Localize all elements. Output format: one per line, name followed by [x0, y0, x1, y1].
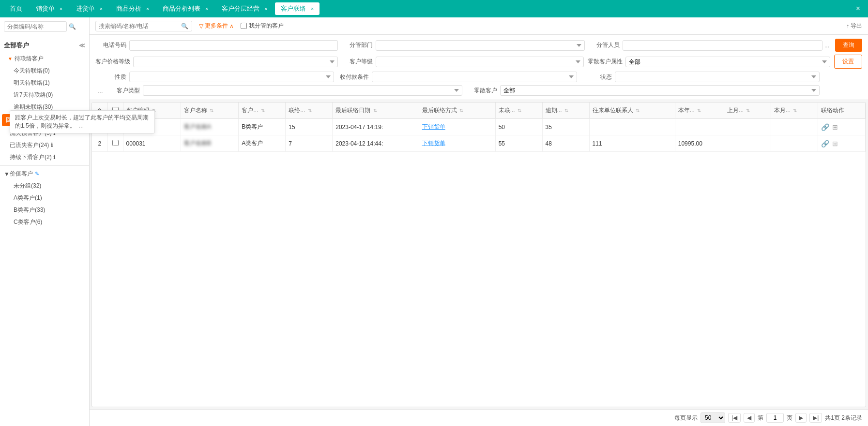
close-purchase-icon[interactable]: ×	[100, 6, 103, 12]
dept-select[interactable]	[376, 40, 584, 51]
row2-grid-icon[interactable]: ⊞	[832, 140, 838, 147]
page-label: 第	[758, 414, 763, 422]
sidebar-item-ungrouped[interactable]: 未分组(32)	[0, 180, 89, 192]
settings-button[interactable]: 设置	[834, 55, 862, 69]
row4-dots-icon[interactable]: ...	[95, 87, 105, 94]
nav-item-analysis-list[interactable]: 商品分析列表 ×	[157, 2, 214, 15]
sidebar-all-customers[interactable]: 全部客户 ≪	[0, 38, 89, 53]
customer-type-select[interactable]	[143, 85, 462, 96]
sidebar-pending-header[interactable]: ▼ 待联络客户	[4, 53, 89, 65]
first-page-btn[interactable]: |◀	[728, 413, 741, 423]
person-dots-icon[interactable]: ...	[822, 42, 831, 49]
nav-item-analysis[interactable]: 商品分析 ×	[110, 2, 155, 15]
sort-overdue-icon[interactable]: ⇅	[564, 108, 568, 113]
nav-item-customer-contact[interactable]: 客户联络 ×	[275, 2, 320, 15]
query-button[interactable]: 查询	[835, 39, 862, 52]
search-input[interactable]	[99, 23, 181, 29]
filter-btn[interactable]: ▽ 更多条件 ∧	[196, 20, 237, 31]
gender-select[interactable]	[129, 72, 334, 82]
col-last-method: 最后联络方式 ⇅	[419, 103, 495, 119]
window-close-icon[interactable]: ×	[852, 2, 864, 15]
row2-current-year: 10995.00	[675, 135, 724, 152]
sort-date-icon[interactable]: ⇅	[373, 108, 377, 113]
close-customer-tier-icon[interactable]: ×	[264, 6, 267, 12]
row2-contact-count: 7	[286, 135, 333, 152]
sidebar-item-today[interactable]: 今天待联络(0)	[4, 65, 89, 77]
next-page-btn[interactable]: ▶	[795, 413, 807, 423]
sidebar-pending-label: 待联络客户	[15, 55, 44, 63]
payment-select[interactable]	[372, 72, 577, 82]
row1-grid-icon[interactable]: ⊞	[832, 123, 838, 131]
nav-item-customer-tier[interactable]: 客户分层经营 ×	[216, 2, 273, 15]
table-row: 1 000039 客户名称A B类客户 15 2023-04-17 14:19:…	[92, 119, 866, 135]
col-type: 客户... ⇅	[239, 103, 286, 119]
last-page-btn[interactable]: ▶|	[809, 413, 822, 423]
row2-method-link[interactable]: 下销货单	[422, 140, 445, 147]
sort-method-icon[interactable]: ⇅	[459, 108, 463, 113]
price-level-select[interactable]	[133, 57, 338, 67]
sidebar-value-label: 价值客户	[10, 170, 33, 178]
row1-current-month	[771, 119, 818, 135]
my-customer-checkbox[interactable]	[241, 23, 247, 29]
col-last-date: 最后联络日期 ⇅	[333, 103, 419, 119]
sidebar-search-icon[interactable]: 🔍	[69, 23, 76, 30]
prev-page-btn[interactable]: ◀	[744, 413, 755, 423]
sidebar-item-lost[interactable]: 已流失客户(24) ℹ	[0, 139, 89, 151]
nav-item-sales[interactable]: 销货单 ×	[30, 2, 68, 15]
row2-link-icon[interactable]: 🔗	[821, 140, 829, 147]
customer-level-select[interactable]	[376, 57, 584, 67]
person-input[interactable]	[623, 40, 822, 51]
row1-last-month	[724, 119, 771, 135]
sidebar-all-label: 全部客户	[4, 41, 29, 50]
nav-item-purchase[interactable]: 进货单 ×	[70, 2, 108, 15]
row1-link-icon[interactable]: 🔗	[821, 123, 829, 131]
row2-type: A类客户	[239, 135, 286, 152]
sort-contact-icon[interactable]: ⇅	[308, 108, 312, 113]
customer-type-label: 客户类型	[109, 87, 143, 95]
search-icon[interactable]: 🔍	[181, 23, 188, 29]
sidebar-item-class-c[interactable]: C类客户(6)	[0, 216, 89, 228]
close-analysis-list-icon[interactable]: ×	[205, 6, 208, 12]
sidebar-item-7days[interactable]: 近7天待联络(0)	[4, 89, 89, 101]
close-sales-icon[interactable]: ×	[60, 6, 62, 12]
sort-type-icon[interactable]: ⇅	[261, 108, 265, 113]
sort-month-icon[interactable]: ⇅	[793, 108, 797, 113]
row2-checkbox[interactable]	[112, 140, 119, 146]
col-current-year: 本年... ⇅	[675, 103, 724, 119]
sidebar-value-group-header[interactable]: ▼ 价值客户 ✎	[0, 168, 89, 180]
row1-method-link[interactable]: 下销货单	[422, 123, 445, 130]
sort-year-icon[interactable]: ⇅	[697, 108, 701, 113]
status-select[interactable]	[615, 72, 820, 82]
filter-payment: 收付款条件	[338, 72, 577, 82]
sidebar-item-declining[interactable]: 持续下滑客户(2) ℹ	[0, 151, 89, 163]
export-icon: ↑	[846, 23, 849, 29]
export-btn[interactable]: ↑ 导出	[846, 22, 862, 30]
tooltip-dots: ...	[79, 122, 84, 129]
close-analysis-icon[interactable]: ×	[146, 6, 149, 12]
filter-retail-attr: 零散客户属性 全部	[588, 57, 830, 67]
retail-attr-select[interactable]: 全部	[625, 57, 830, 67]
per-page-label: 每页显示	[674, 414, 698, 422]
filter-row-3: 性质 收付款条件 状态	[95, 72, 862, 82]
chevron-up-icon: ∧	[229, 23, 234, 29]
my-customer-check[interactable]: 我分管的客户	[241, 22, 284, 30]
sort-lastmonth-icon[interactable]: ⇅	[746, 108, 750, 113]
col-overdue: 逾期... ⇅	[542, 103, 589, 119]
page-size-select[interactable]: 50 20 100	[700, 412, 725, 423]
page-input[interactable]	[766, 413, 784, 423]
sort-uncontacted-icon[interactable]: ⇅	[518, 108, 521, 113]
nav-item-home[interactable]: 首页	[4, 2, 28, 15]
edit-icon[interactable]: ✎	[35, 171, 39, 177]
close-customer-contact-icon[interactable]: ×	[311, 6, 314, 12]
sidebar-item-class-a[interactable]: A类客户(1)	[0, 192, 89, 204]
row2-name: 客户名称B	[181, 135, 238, 152]
phone-input[interactable]	[129, 40, 338, 51]
sidebar-search-input[interactable]	[4, 21, 67, 32]
row2-actions: 🔗 ⊞	[818, 135, 865, 152]
sort-name-icon[interactable]: ⇅	[210, 108, 213, 113]
sidebar-item-tomorrow[interactable]: 明天待联络(1)	[4, 77, 89, 89]
sidebar-item-class-b[interactable]: B类客户(33)	[0, 204, 89, 216]
sort-company-icon[interactable]: ⇅	[636, 108, 640, 113]
retail-customer-select[interactable]: 全部	[500, 85, 820, 96]
sidebar-collapse-icon[interactable]: ≪	[79, 42, 85, 49]
